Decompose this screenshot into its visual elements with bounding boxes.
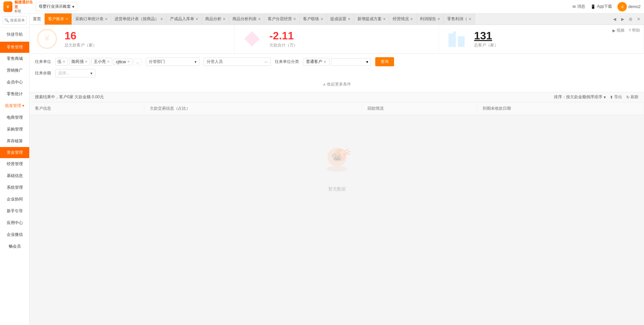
col-repayment: 回款情况 (362, 102, 477, 115)
sidebar-item-wholesale[interactable]: 批发管理 ▾ (1, 100, 28, 111)
sidebar-item-enterprise-coop[interactable]: 企业协同 (1, 194, 28, 205)
collapse-button[interactable]: ∧ 收起更多条件 (320, 80, 354, 88)
message-icon: ✉ (572, 4, 576, 9)
tab-close-icon[interactable]: ✕ (105, 17, 108, 21)
classify-tag-remove-icon[interactable]: ✕ (323, 60, 327, 64)
chevron-down-icon: ▾ (195, 60, 197, 64)
classify-select[interactable]: ▾ (331, 58, 371, 66)
message-button[interactable]: ✉ 消息 (572, 4, 585, 9)
refresh-button[interactable]: ↻ 刷新 (626, 94, 639, 100)
dept-filter-select[interactable]: 分管部门 ▾ (146, 58, 200, 66)
tab-push-settings[interactable]: 提成设置 ✕ (327, 13, 354, 25)
workspace-label: 母婴行业演示账套 (39, 4, 71, 9)
chevron-down-icon: ▾ (604, 95, 606, 100)
table-area: 客户信息 欠款交易信息（占比） 回款情况 到期未收款日期 (30, 102, 644, 325)
person-filter-input[interactable]: 分管人员 ··· (204, 58, 271, 66)
sidebar-item-system[interactable]: 系统管理 (1, 182, 28, 193)
sidebar-item-label: 畅会员 (9, 244, 21, 249)
chevron-down-icon: ▾ (90, 71, 92, 76)
unit-filter-tags: 伍 ✕ 陈民强 ✕ 王小亮 ✕ cjttcw ✕ (55, 58, 142, 66)
more-label: ... (136, 60, 139, 64)
tab-profit-report[interactable]: 利润报告 ✕ (417, 13, 444, 25)
tab-prev-button[interactable]: ◀ (611, 16, 618, 23)
sidebar-item-stock-check[interactable]: 库存核算 (1, 136, 28, 147)
tab-close-icon[interactable]: ✕ (258, 17, 261, 21)
dept-label: 分管部门 (149, 59, 165, 65)
tab-next-button[interactable]: ▶ (619, 16, 626, 23)
unit-tag-more[interactable]: ... (134, 59, 142, 65)
sidebar-item-finance[interactable]: 资金管理 (0, 147, 29, 158)
tab-label: 客户分层经营 (268, 16, 292, 22)
unit-tag-wu: 伍 ✕ (55, 58, 68, 66)
sidebar-item-new-guide[interactable]: 新手引导 (1, 206, 28, 217)
sidebar-item-purchase[interactable]: 采购管理 (1, 124, 28, 135)
table-header-row: 客户信息 欠款交易信息（占比） 回款情况 到期未收款日期 (30, 102, 644, 115)
tab-close-icon[interactable]: ✕ (196, 17, 198, 21)
page-content: ¥ 16 总欠款客户（家） (30, 25, 644, 325)
classify-tag-common: 普通客户 ✕ (303, 58, 330, 66)
tab-receivable[interactable]: 客户账本 ✕ (45, 13, 72, 25)
sidebar-item-enterprise-wechat[interactable]: 企业微信 (1, 229, 28, 240)
sidebar-item-vip-member[interactable]: 畅会员 (1, 241, 28, 252)
sidebar-item-ecommerce[interactable]: 电商管理 (1, 112, 28, 123)
tab-close-icon[interactable]: ✕ (223, 17, 225, 21)
tab-customer-tier[interactable]: 客户分层经营 ✕ (264, 13, 300, 25)
tab-product-analysis-list[interactable]: 商品分析列表 ✕ (229, 13, 264, 25)
sidebar-item-label: 库存核算 (7, 139, 23, 143)
tab-new-push[interactable]: 新增提成方案 ✕ (354, 13, 389, 25)
tab-close-icon[interactable]: ✕ (437, 17, 440, 21)
tab-purchase-order[interactable]: 采购订单统计表 ✕ (72, 13, 111, 25)
tab-close-icon[interactable]: ✕ (469, 17, 471, 21)
empty-text: 暂无数据 (328, 186, 346, 192)
tab-receivable-label: 客户账本 (48, 16, 64, 22)
tag-remove-icon[interactable]: ✕ (62, 60, 66, 64)
sort-selector[interactable]: 排序：按欠款金额倒序排序 ▾ (554, 94, 606, 100)
tag-remove-icon[interactable]: ✕ (127, 60, 130, 64)
balance-filter-select[interactable]: 选择... ▾ (55, 69, 95, 77)
empty-illustration: 🐭 (320, 142, 354, 182)
sidebar-item-operation[interactable]: 经营管理 (1, 158, 28, 170)
tab-close-icon[interactable]: ✕ (348, 17, 350, 21)
tab-product-analysis[interactable]: 商品分析 ✕ (202, 13, 229, 25)
tab-cost-in[interactable]: 产成品入库单 ✕ (167, 13, 202, 25)
tab-close-icon[interactable]: ✕ (410, 17, 413, 21)
tag-remove-icon[interactable]: ✕ (85, 60, 88, 64)
workspace-selector[interactable]: 母婴行业演示账套 ▾ (36, 2, 77, 11)
sidebar-item-basic-info[interactable]: 基础信息 (1, 170, 28, 181)
tab-close-icon[interactable]: ✕ (383, 17, 386, 21)
stat-value-customers: 16 (65, 30, 97, 41)
stats-help: ▶ 视频 ? 帮助 (612, 28, 640, 33)
help-button[interactable]: ? 帮助 (629, 28, 640, 33)
tab-close-icon[interactable]: ✕ (160, 17, 163, 21)
tab-customer-contact[interactable]: 客户联络 ✕ (300, 13, 327, 25)
tag-text: 伍 (57, 59, 61, 65)
sidebar-item-retail-stat[interactable]: 零售统计 (1, 88, 28, 100)
app-subtitle: 标版 (14, 9, 33, 13)
tab-retail-profit[interactable]: 零售利润（ ✕ (444, 13, 475, 25)
app-download-button[interactable]: 📱 App下载 (591, 4, 612, 9)
tag-remove-icon[interactable]: ✕ (107, 60, 110, 64)
tab-home[interactable]: 首页 (30, 13, 45, 25)
video-help-button[interactable]: ▶ 视频 (612, 28, 625, 33)
search-button[interactable]: 查询 (375, 57, 394, 66)
export-button[interactable]: ⬆ 导出 (610, 94, 622, 100)
col-due-date: 到期未收款日期 (477, 102, 644, 115)
tab-operation-status[interactable]: 经营情况 ✕ (389, 13, 417, 25)
sidebar-item-member[interactable]: 会员中心 (1, 77, 28, 88)
tab-stock-stat[interactable]: 进货单统计表（按商品） ✕ (111, 13, 167, 25)
stat-card-info-1: 16 总欠款客户（家） (65, 30, 97, 48)
sidebar-item-retail[interactable]: 零售管理 (0, 42, 29, 53)
tab-close-all-button[interactable]: ✕ (635, 16, 642, 23)
tab-close-icon[interactable]: ✕ (293, 17, 296, 21)
sidebar-item-marketing[interactable]: 营销推广 (1, 65, 28, 76)
sidebar-item-app-center[interactable]: 应用中心 (1, 217, 28, 228)
user-menu[interactable]: d demo2 (617, 2, 641, 11)
tab-close-icon[interactable]: ✕ (320, 17, 323, 21)
tab-expand-button[interactable]: ⊞ (627, 16, 634, 23)
sidebar-item-quick-nav[interactable]: 快捷导航 (0, 30, 29, 39)
logo-text: 畅捷通好生意 标版 (14, 0, 33, 13)
sidebar-item-retail-mall[interactable]: 零售商城 (1, 53, 28, 64)
tab-close-icon[interactable]: ✕ (66, 17, 68, 21)
search-menu-button[interactable]: 🔍 搜索菜单 (3, 16, 27, 25)
sidebar-item-label: 企业微信 (7, 232, 23, 237)
